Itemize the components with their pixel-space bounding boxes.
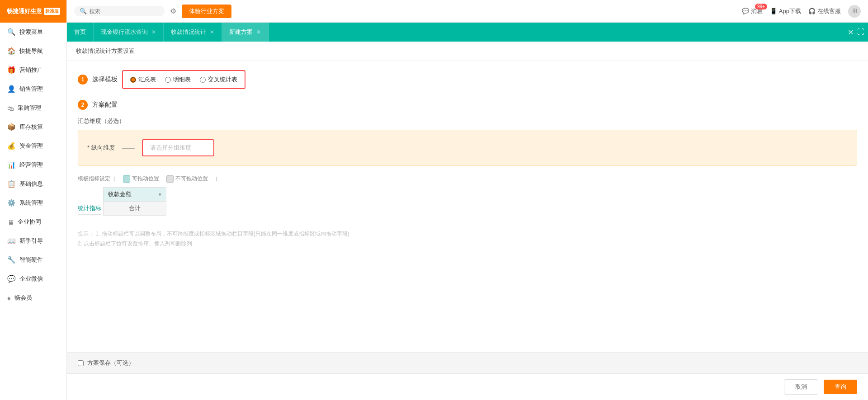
step2-title: 方案配置 [92, 101, 118, 109]
app-download-button[interactable]: 📱 App下载 [770, 7, 801, 15]
sidebar-item-inventory[interactable]: 📦 库存核算 [0, 118, 66, 136]
radio-summary-input[interactable] [130, 77, 136, 83]
sidebar-item-label: 新手引导 [19, 237, 43, 245]
sidebar-item-label: 快捷导航 [19, 47, 43, 55]
tab-home[interactable]: 首页 [67, 23, 94, 42]
sidebar-item-label: 基础信息 [19, 180, 43, 188]
download-icon: 📱 [770, 8, 777, 14]
tab-receipt-stats-label: 收款情况统计 [171, 28, 206, 36]
sidebar-item-marketing[interactable]: 🎁 营销推广 [0, 61, 66, 80]
radio-summary[interactable]: 汇总表 [130, 75, 156, 84]
expand-icon[interactable]: ⛶ [857, 28, 864, 36]
sidebar-item-label: 采购管理 [18, 104, 41, 112]
metrics-header-row[interactable]: 收款金额 ▾ [104, 188, 166, 202]
sidebar-item-hardware[interactable]: 🔧 智能硬件 [0, 250, 66, 269]
logo-text: 畅捷通好生意 [7, 7, 42, 15]
sidebar-item-label: 畅会员 [14, 294, 32, 302]
radio-cross-input[interactable] [200, 77, 206, 83]
search-input[interactable] [90, 8, 157, 14]
sidebar-item-sales[interactable]: 👤 销售管理 [0, 80, 66, 99]
tab-receipt-stats[interactable]: 收款情况统计 ✕ [164, 23, 222, 42]
sidebar-item-search-menu[interactable]: 🔍 搜索菜单 [0, 23, 66, 42]
tab-new-plan-close[interactable]: ✕ [256, 29, 261, 35]
vertical-dim-label: * 纵向维度 [87, 144, 115, 152]
main-area: 🔍 ⚙ 体验行业方案 💬 消息 99+ 📱 App下载 🎧 在线客服 用 [67, 0, 868, 400]
draggable-label: 可拖动位置 [132, 175, 159, 183]
dimension-config: 汇总维度（必选） * 纵向维度 —— 请选择分组维度 [78, 117, 857, 166]
radio-cross[interactable]: 交叉统计表 [200, 75, 237, 84]
step2-badge: 2 [78, 100, 88, 110]
sidebar-item-member[interactable]: ♦ 畅会员 [0, 288, 66, 307]
tab-receipt-stats-close[interactable]: ✕ [210, 29, 214, 35]
home-icon: 🏠 [7, 47, 16, 55]
radio-detail[interactable]: 明细表 [165, 75, 191, 84]
topbar: 🔍 ⚙ 体验行业方案 💬 消息 99+ 📱 App下载 🎧 在线客服 用 [67, 0, 868, 23]
save-label: 方案保存（可选） [87, 359, 134, 367]
radio-detail-input[interactable] [165, 77, 171, 83]
metrics-header-text: 收款金额 [108, 190, 132, 198]
trial-button[interactable]: 体验行业方案 [182, 5, 231, 18]
metrics-table: 收款金额 ▾ 合计 [103, 187, 166, 216]
bag-icon: 🛍 [7, 104, 14, 112]
notification-button[interactable]: 💬 消息 99+ [742, 7, 763, 15]
sidebar-item-label: 搜索菜单 [19, 28, 43, 36]
cancel-button[interactable]: 取消 [784, 379, 818, 395]
sidebar-item-guide[interactable]: 📖 新手引导 [0, 231, 66, 250]
tab-bank-flow-close[interactable]: ✕ [151, 29, 156, 35]
tab-bank-flow-label: 现金银行流水查询 [101, 28, 148, 36]
tip-2: 2. 点击标题栏下拉可设置排序、插入列和删除列 [78, 239, 857, 249]
user-icon: 👤 [7, 85, 16, 93]
sidebar-item-quick-nav[interactable]: 🏠 快捷导航 [0, 42, 66, 61]
dimension-select[interactable]: 请选择分组维度 [142, 139, 214, 156]
money-icon: 💰 [7, 142, 16, 150]
sidebar-item-label: 营销推广 [19, 66, 43, 74]
form-container: 1 选择模板 汇总表 明细表 [67, 61, 868, 352]
user-avatar[interactable]: 用 [848, 5, 861, 18]
tab-new-plan-label: 新建方案 [229, 28, 253, 36]
sidebar-item-wechat[interactable]: 💬 企业微信 [0, 269, 66, 288]
sidebar-item-basic-info[interactable]: 📋 基础信息 [0, 174, 66, 193]
sidebar-item-label: 企业协同 [18, 218, 41, 226]
clipboard-icon: 📋 [7, 180, 16, 188]
sidebar-item-label: 资金管理 [19, 142, 43, 150]
metrics-total-row: 合计 [104, 202, 166, 215]
sidebar-item-purchase[interactable]: 🛍 采购管理 [0, 99, 66, 118]
sidebar-item-finance[interactable]: 💰 资金管理 [0, 136, 66, 155]
gear-icon: ⚙️ [7, 199, 16, 207]
sidebar-item-label: 系统管理 [19, 199, 43, 207]
sidebar-item-system[interactable]: ⚙️ 系统管理 [0, 193, 66, 212]
search-icon: 🔍 [7, 28, 16, 36]
radio-detail-label: 明细表 [173, 75, 191, 84]
service-button[interactable]: 🎧 在线客服 [808, 7, 841, 15]
tabbar-actions: ✕ ⛶ [848, 28, 868, 37]
sidebar-item-operations[interactable]: 📊 经营管理 [0, 155, 66, 174]
monitor-icon: 🖥 [7, 218, 14, 226]
dimension-section-label: 汇总维度（必选） [78, 117, 857, 125]
chevron-down-icon[interactable]: ▾ [159, 192, 161, 198]
metrics-legend: 模板指标设定（ 可拖动位置 不可拖动位置 ） [78, 175, 857, 183]
step2-section: 2 方案配置 汇总维度（必选） * 纵向维度 —— 请选择分组维度 [78, 100, 857, 249]
service-label: 在线客服 [817, 7, 841, 15]
radio-cross-label: 交叉统计表 [208, 75, 237, 84]
arrow-icon: —— [122, 144, 135, 151]
tab-bank-flow[interactable]: 现金银行流水查询 ✕ [94, 23, 164, 42]
message-icon: 💬 [742, 8, 749, 14]
logo: 畅捷通好生意 标准版 [0, 0, 66, 23]
sidebar-item-enterprise[interactable]: 🖥 企业协同 [0, 212, 66, 231]
save-checkbox[interactable] [78, 360, 84, 366]
step1-header: 1 选择模板 汇总表 明细表 [78, 70, 857, 89]
settings-icon[interactable]: ⚙ [170, 7, 176, 15]
close-all-icon[interactable]: ✕ [848, 28, 854, 37]
tool-icon: 🔧 [7, 256, 16, 264]
tab-new-plan[interactable]: 新建方案 ✕ [222, 23, 269, 42]
query-button[interactable]: 查询 [824, 380, 857, 394]
avatar-text: 用 [852, 8, 857, 14]
draggable-dot [123, 175, 130, 183]
box-icon: 📦 [7, 123, 16, 131]
sidebar-item-label: 经营管理 [19, 161, 43, 169]
sidebar-item-label: 企业微信 [19, 275, 43, 283]
legend-non-draggable: 不可拖动位置 [166, 175, 208, 183]
tab-home-label: 首页 [74, 28, 86, 36]
search-bar[interactable]: 🔍 [74, 6, 165, 16]
sidebar-item-label: 销售管理 [19, 85, 43, 93]
